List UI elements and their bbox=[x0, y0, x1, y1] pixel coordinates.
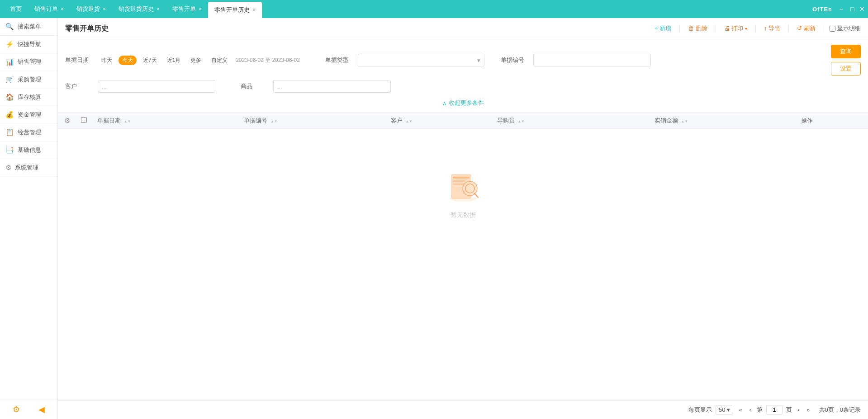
col-number-header[interactable]: 单据编号 ▲▼ bbox=[239, 113, 386, 129]
print-button[interactable]: 🖨 打印 ▾ bbox=[721, 23, 750, 34]
purchase-mgmt-icon: 🛒 bbox=[5, 75, 14, 84]
goods-filter-input[interactable]: ... bbox=[273, 80, 391, 93]
date-btn-7days[interactable]: 近7天 bbox=[139, 56, 161, 65]
date-btn-custom[interactable]: 自定义 bbox=[208, 56, 231, 65]
filter-row-1: 单据日期 昨天 今天 近7天 近1月 更多 自定义 2023-06-02 至 2… bbox=[65, 45, 861, 75]
header-actions: + 新增 🗑 删除 🖨 打印 ▾ ↑ 导出 ↺ 刷新 显示明细 bbox=[652, 23, 861, 34]
table-header-row: ⚙ 单据日期 ▲▼ 单据编号 ▲▼ bbox=[58, 113, 868, 129]
col-checkbox-header bbox=[76, 113, 93, 129]
select-all-checkbox[interactable] bbox=[81, 117, 87, 123]
col-amount-sort[interactable]: ▲▼ bbox=[681, 119, 688, 123]
number-filter-input[interactable] bbox=[533, 54, 651, 66]
sidebar-item-sales-mgmt[interactable]: 📊 销售管理 bbox=[0, 53, 57, 71]
col-number-sort[interactable]: ▲▼ bbox=[270, 119, 278, 123]
col-amount-label: 实销金额 bbox=[655, 117, 678, 124]
sidebar-item-purchase-mgmt[interactable]: 🛒 采购管理 bbox=[0, 71, 57, 89]
date-btn-today[interactable]: 今天 bbox=[119, 56, 137, 65]
tab-sales-return-history-close[interactable]: × bbox=[157, 6, 160, 12]
tab-retail-open-history-close[interactable]: × bbox=[252, 7, 256, 13]
col-guide-sort[interactable]: ▲▼ bbox=[517, 119, 525, 123]
sidebar-item-quick-nav[interactable]: ⚡ 快捷导航 bbox=[0, 36, 57, 53]
export-button[interactable]: ↑ 导出 bbox=[761, 23, 783, 34]
tab-bar: 首页 销售订单 × 销货退货 × 销货退货历史 × 零售开单 × 零售开单历史 … bbox=[0, 0, 868, 18]
basic-info-icon: 📑 bbox=[5, 146, 14, 154]
collapse-sidebar-icon[interactable]: ◀ bbox=[38, 405, 45, 414]
col-empty-header bbox=[619, 113, 650, 129]
date-btn-1month[interactable]: 近1月 bbox=[163, 56, 185, 65]
tab-retail-open-close[interactable]: × bbox=[199, 6, 202, 12]
column-settings-icon[interactable]: ⚙ bbox=[62, 115, 72, 126]
tab-retail-open-history-label: 零售开单历史 bbox=[214, 6, 250, 14]
refresh-button[interactable]: ↺ 刷新 bbox=[794, 23, 818, 34]
col-guide-header[interactable]: 导购员 ▲▼ bbox=[493, 113, 619, 129]
col-actions-header: 操作 bbox=[797, 113, 868, 129]
date-buttons: 昨天 今天 近7天 近1月 更多 自定义 2023-06-02 至 2023-0… bbox=[98, 56, 300, 65]
print-dropdown-icon[interactable]: ▾ bbox=[745, 26, 747, 31]
customer-filter-input[interactable]: ... bbox=[98, 80, 215, 93]
page-prefix: 第 bbox=[757, 406, 763, 414]
divider-2 bbox=[716, 25, 716, 32]
next-page-btn[interactable]: › bbox=[796, 405, 801, 414]
window-min-btn[interactable]: － bbox=[838, 5, 845, 14]
setting-button[interactable]: 设置 bbox=[831, 62, 861, 75]
tab-sales-order-label: 销售订单 bbox=[34, 5, 58, 13]
type-filter-select[interactable]: ▾ bbox=[358, 54, 484, 66]
page-size-value: 50 bbox=[719, 406, 725, 413]
col-customer-header[interactable]: 客户 ▲▼ bbox=[386, 113, 493, 129]
date-btn-yesterday[interactable]: 昨天 bbox=[98, 56, 116, 65]
content-area: 零售开单历史 + 新增 🗑 删除 🖨 打印 ▾ ↑ 导出 ↺ 刷新 显示明细 bbox=[58, 18, 868, 419]
delete-button[interactable]: 🗑 删除 bbox=[685, 23, 710, 34]
date-btn-more[interactable]: 更多 bbox=[187, 56, 205, 65]
last-page-btn[interactable]: » bbox=[805, 405, 811, 414]
page-size-select[interactable]: 50 ▾ bbox=[716, 405, 733, 414]
divider-5 bbox=[824, 25, 824, 32]
tab-sales-return-history-label: 销货退货历史 bbox=[119, 5, 154, 13]
sidebar-item-inventory[interactable]: 🏠 库存核算 bbox=[0, 89, 57, 106]
window-close-btn[interactable]: × bbox=[859, 5, 864, 14]
system-mgmt-icon: ⚙ bbox=[5, 164, 11, 172]
svg-line-7 bbox=[474, 193, 478, 198]
goods-placeholder: ... bbox=[277, 83, 282, 90]
tab-sales-return-history[interactable]: 销货退货历史 × bbox=[112, 0, 166, 18]
tab-retail-open[interactable]: 零售开单 × bbox=[166, 0, 208, 18]
svg-rect-2 bbox=[453, 177, 470, 179]
filter-area: 单据日期 昨天 今天 近7天 近1月 更多 自定义 2023-06-02 至 2… bbox=[58, 39, 868, 113]
first-page-btn[interactable]: « bbox=[737, 405, 744, 414]
display-detail-checkbox[interactable]: 显示明细 bbox=[830, 24, 861, 33]
col-number-label: 单据编号 bbox=[244, 117, 267, 124]
divider-3 bbox=[755, 25, 756, 32]
sidebar-item-basic-info[interactable]: 📑 基础信息 bbox=[0, 141, 57, 159]
query-button[interactable]: 查询 bbox=[831, 45, 861, 58]
sidebar-item-finance[interactable]: 💰 资金管理 bbox=[0, 106, 57, 124]
col-customer-sort[interactable]: ▲▼ bbox=[405, 119, 413, 123]
sidebar-item-system-mgmt[interactable]: ⚙ 系统管理 bbox=[0, 159, 57, 177]
tab-sales-return[interactable]: 销货退货 × bbox=[70, 0, 112, 18]
collapse-label: 收起更多条件 bbox=[449, 99, 484, 107]
tab-retail-open-history[interactable]: 零售开单历史 × bbox=[208, 2, 262, 18]
sidebar-item-quick-nav-label: 快捷导航 bbox=[18, 40, 41, 48]
tab-home[interactable]: 首页 bbox=[4, 0, 28, 18]
collapse-icon: ∧ bbox=[442, 100, 447, 107]
display-detail-input[interactable] bbox=[830, 26, 835, 32]
number-filter-label: 单据编号 bbox=[501, 56, 526, 64]
tab-sales-order-close[interactable]: × bbox=[61, 6, 64, 12]
print-label: 🖨 打印 bbox=[724, 24, 744, 33]
sidebar-item-inventory-label: 库存核算 bbox=[18, 93, 41, 101]
tab-sales-return-close[interactable]: × bbox=[103, 6, 106, 12]
settings-icon[interactable]: ⚙ bbox=[13, 405, 20, 414]
date-filter-label: 单据日期 bbox=[65, 56, 90, 64]
col-amount-header[interactable]: 实销金额 ▲▼ bbox=[650, 113, 797, 129]
tab-sales-order[interactable]: 销售订单 × bbox=[28, 0, 70, 18]
col-date-header[interactable]: 单据日期 ▲▼ bbox=[93, 113, 239, 129]
collapse-button[interactable]: ∧ 收起更多条件 bbox=[442, 99, 484, 107]
sidebar-item-operations[interactable]: 📋 经营管理 bbox=[0, 124, 57, 141]
sidebar-search[interactable]: 🔍 搜索菜单 bbox=[0, 18, 57, 36]
add-button[interactable]: + 新增 bbox=[652, 23, 674, 34]
filter-action-area: 查询 设置 bbox=[831, 45, 861, 75]
col-date-sort[interactable]: ▲▼ bbox=[124, 119, 131, 123]
col-actions-label: 操作 bbox=[801, 117, 813, 124]
window-max-btn[interactable]: □ bbox=[850, 5, 854, 13]
prev-page-btn[interactable]: ‹ bbox=[748, 405, 753, 414]
col-settings-header: ⚙ bbox=[58, 113, 76, 129]
page-number-input[interactable] bbox=[766, 405, 783, 414]
